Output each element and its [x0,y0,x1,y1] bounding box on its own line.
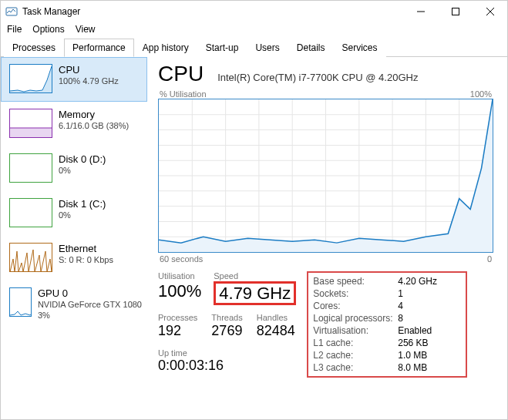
menu-view[interactable]: View [76,24,96,35]
processes-value: 192 [158,323,197,339]
sidebar-item-label: Memory [59,109,129,121]
util-value: 100% [158,281,201,301]
title-bar: Task Manager [1,1,507,22]
maximize-button[interactable] [438,1,473,22]
content: CPU 100% 4.79 GHz Memory 6.1/16.0 GB (38… [1,57,507,417]
sidebar-item-sub: 0% [59,166,106,176]
chart-label-tr: 100% [470,89,492,99]
chart-label-tl: % Utilisation [160,89,207,99]
tab-performance[interactable]: Performance [64,39,134,57]
handles-value: 82484 [257,323,295,339]
spec-value: 1 [398,288,452,299]
sidebar-item-sub: 0% [59,210,106,221]
sidebar-item-label: Disk 0 (D:) [59,153,106,166]
spec-key: Sockets: [313,288,398,299]
threads-value: 2769 [211,323,242,339]
speed-highlight-box: 4.79 GHz [214,281,296,305]
spec-value: 4 [398,301,452,311]
sidebar-item-gpu0[interactable]: GPU 0 NVIDIA GeForce GTX 1080 3% [1,281,147,330]
speed-label: Speed [214,271,296,281]
sidebar-item-label: Disk 1 (C:) [59,198,106,210]
menu-bar: File Options View [1,22,507,38]
spec-value: 1.0 MB [398,350,452,361]
spec-value: 8 [398,313,452,324]
handles-label: Handles [257,313,295,322]
cpu-spec-table: Base speed: 4.20 GHz Sockets: 1 Cores: 4… [307,271,467,378]
tab-bar: Processes Performance App history Start-… [1,38,507,57]
spec-key: Virtualisation: [313,325,398,336]
sidebar-item-memory[interactable]: Memory 6.1/16.0 GB (38%) [1,102,147,146]
spec-value: 8.0 MB [398,362,452,373]
memory-thumb [9,109,52,138]
tab-processes[interactable]: Processes [4,39,64,57]
cpu-utilisation-chart [158,99,493,253]
cpu-thumb [9,64,52,93]
spec-value: 256 KB [398,338,452,348]
tab-services[interactable]: Services [333,39,385,57]
close-button[interactable] [473,1,507,22]
svg-rect-5 [10,128,52,138]
uptime-label: Up time [158,348,296,358]
threads-label: Threads [211,313,242,322]
svg-rect-2 [452,8,459,15]
spec-key: Base speed: [313,276,398,287]
chart-label-br: 0 [487,254,492,264]
uptime-value: 0:00:03:16 [158,358,296,374]
cpu-model: Intel(R) Core(TM) i7-7700K CPU @ 4.20GHz [217,72,418,83]
spec-key: L2 cache: [313,350,398,361]
sidebar-item-label: CPU [59,64,119,76]
menu-options[interactable]: Options [32,24,64,35]
sidebar-item-sub2: 3% [38,311,142,321]
sidebar-item-sub: 100% 4.79 GHz [59,76,119,87]
spec-key: L3 cache: [313,362,398,373]
sidebar-item-disk0[interactable]: Disk 0 (D:) 0% [1,146,147,191]
spec-value: Enabled [398,325,452,336]
disk-thumb [9,153,52,183]
sidebar: CPU 100% 4.79 GHz Memory 6.1/16.0 GB (38… [1,57,147,417]
spec-key: L1 cache: [313,338,398,348]
window-title: Task Manager [22,6,80,17]
sidebar-item-sub: S: 0 R: 0 Kbps [59,255,113,266]
spec-value: 4.20 GHz [398,276,452,287]
spec-key: Cores: [313,301,398,311]
page-title: CPU [158,62,204,86]
tab-startup[interactable]: Start-up [197,39,247,57]
sidebar-item-disk1[interactable]: Disk 1 (C:) 0% [1,191,147,236]
disk-thumb [9,198,52,227]
speed-value: 4.79 GHz [219,284,291,303]
sidebar-item-label: GPU 0 [38,287,142,300]
app-icon [5,5,18,18]
tab-apphistory[interactable]: App history [134,39,197,57]
sidebar-item-cpu[interactable]: CPU 100% 4.79 GHz [1,57,147,102]
chart-label-bl: 60 seconds [160,254,203,264]
util-label: Utilisation [158,271,201,281]
sidebar-item-sub: NVIDIA GeForce GTX 1080 [38,300,142,311]
spec-key: Logical processors: [313,313,398,324]
tab-details[interactable]: Details [288,39,334,57]
sidebar-item-sub: 6.1/16.0 GB (38%) [59,121,129,132]
main-panel: CPU Intel(R) Core(TM) i7-7700K CPU @ 4.2… [147,57,507,417]
sidebar-item-ethernet[interactable]: Ethernet S: 0 R: 0 Kbps [1,236,147,281]
minimize-button[interactable] [403,1,438,22]
ethernet-thumb [9,243,52,272]
gpu-thumb [9,287,32,317]
menu-file[interactable]: File [7,24,22,35]
sidebar-item-label: Ethernet [59,243,113,255]
tab-users[interactable]: Users [247,39,288,57]
processes-label: Processes [158,313,197,322]
